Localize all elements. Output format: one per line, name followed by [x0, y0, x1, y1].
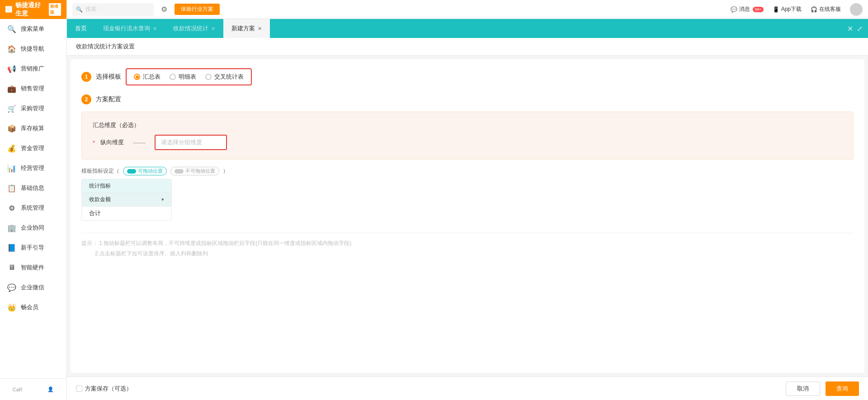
- tips-section: 提示： 1.拖动标题栏可以调整布局，不可跨维度或指标区域拖动栏目字段(只能在同一…: [81, 233, 854, 258]
- metrics-setting-label: 模板指标设定（ 可拖动位置 不可拖动位置 ）: [81, 167, 854, 175]
- save-checkbox[interactable]: [76, 386, 82, 392]
- sidebar-item-wechat[interactable]: 💬 企业微信: [0, 278, 66, 297]
- radio-detail[interactable]: 明细表: [170, 73, 196, 81]
- sidebar-item-hardware[interactable]: 🖥 智能硬件: [0, 258, 66, 278]
- tab-cashflow-close[interactable]: ✕: [153, 26, 157, 32]
- sidebar-logo: 🅱 畅捷通好生意 标准版: [0, 0, 66, 19]
- radio-summary-circle: [134, 74, 140, 80]
- sidebar-item-purchase[interactable]: 🛒 采购管理: [0, 99, 66, 118]
- save-check[interactable]: 方案保存（可选）: [76, 385, 132, 393]
- search-placeholder: 搜索: [85, 5, 96, 13]
- basics-icon: 📋: [7, 184, 16, 193]
- notification-icon: 💬: [731, 6, 737, 13]
- sidebar-item-sales[interactable]: 💼 销售管理: [0, 79, 66, 99]
- tab-newplan-close[interactable]: ✕: [258, 26, 262, 32]
- config-section: 汇总维度（必选） * 纵向维度 —— 请选择分组维度 模板指标设定（: [81, 112, 854, 258]
- dimension-arrow: ——: [133, 139, 146, 146]
- sidebar-item-finance[interactable]: 💰 资金管理: [0, 138, 66, 158]
- avatar[interactable]: [850, 3, 863, 16]
- guide-icon: 📘: [7, 244, 16, 252]
- support-item[interactable]: 🎧 在线客服: [811, 5, 841, 13]
- tips-line-1: 提示： 1.拖动标题栏可以调整布局，不可跨维度或指标区域拖动栏目字段(只能在同一…: [81, 240, 854, 247]
- tab-close-all-icon[interactable]: ✕: [847, 24, 853, 33]
- tab-receipts-close[interactable]: ✕: [211, 26, 215, 32]
- drag-movable-badge: 可拖动位置: [123, 167, 167, 175]
- dimension-required-label: 汇总维度（必选）: [93, 121, 842, 129]
- step1-num: 1: [81, 72, 91, 82]
- bottom-bar: 方案保存（可选） 取消 查询: [67, 376, 868, 400]
- marketing-icon: 📢: [7, 65, 16, 73]
- step1-section: 1 选择模板 汇总表 明细表: [81, 68, 854, 85]
- radio-cross[interactable]: 交叉统计表: [205, 73, 244, 81]
- sidebar-item-nav[interactable]: 🏠 快捷导航: [0, 39, 66, 59]
- sidebar-item-label: 营销推广: [21, 65, 44, 73]
- form-area: 1 选择模板 汇总表 明细表: [71, 59, 864, 373]
- dimension-required-star: *: [93, 139, 95, 146]
- tab-cashflow[interactable]: 现金银行流水查询 ✕: [95, 19, 165, 38]
- trial-button[interactable]: 体验行业方案: [175, 4, 220, 15]
- finance-icon: 💰: [7, 144, 16, 153]
- sidebar: 🅱 畅捷通好生意 标准版 🔍 搜索菜单 🏠 快捷导航 📢 营销推广 💼 销售管理…: [0, 0, 67, 400]
- notification-item[interactable]: 💬 消息 99+: [731, 5, 763, 13]
- sidebar-item-operations[interactable]: 📊 经营管理: [0, 158, 66, 178]
- sidebar-item-label: 企业微信: [21, 283, 44, 292]
- metrics-row1-label: 合计: [89, 210, 101, 216]
- system-icon: ⚙: [7, 204, 16, 212]
- enterprise-icon: 🏢: [7, 224, 16, 232]
- radio-summary-label: 汇总表: [143, 73, 160, 81]
- query-button[interactable]: 查询: [826, 381, 859, 396]
- notification-badge: 99+: [753, 7, 763, 12]
- sidebar-bottom-right[interactable]: 👤: [47, 386, 54, 392]
- metrics-col1-label: 收款金额: [89, 196, 111, 203]
- step1-title: 选择模板: [96, 73, 121, 81]
- radio-summary[interactable]: 汇总表: [134, 73, 160, 81]
- vertical-dim-label: 纵向维度: [100, 138, 124, 146]
- step1-header: 1 选择模板 汇总表 明细表: [81, 68, 854, 85]
- sidebar-item-label: 库存核算: [21, 124, 44, 132]
- step2-title: 方案配置: [96, 95, 121, 104]
- operations-icon: 📊: [7, 164, 16, 173]
- support-label: 在线客服: [819, 5, 841, 13]
- cancel-button[interactable]: 取消: [786, 381, 820, 396]
- metrics-row1: 合计: [82, 207, 171, 220]
- sidebar-item-enterprise[interactable]: 🏢 企业协同: [0, 218, 66, 238]
- sidebar-item-label: 采购管理: [21, 104, 44, 113]
- dimension-input[interactable]: 请选择分组维度: [155, 135, 227, 150]
- drag-immovable-label: 不可拖动位置: [185, 168, 215, 174]
- sidebar-item-basics[interactable]: 📋 基础信息: [0, 178, 66, 198]
- tab-expand-icon[interactable]: ⤢: [857, 24, 863, 33]
- sidebar-item-guide[interactable]: 📘 新手引导: [0, 238, 66, 258]
- tabs-actions: ✕ ⤢: [847, 24, 868, 33]
- sidebar-item-search[interactable]: 🔍 搜索菜单: [0, 19, 66, 39]
- template-radio-group: 汇总表 明细表 交叉统计表: [134, 73, 244, 81]
- sidebar-item-inventory[interactable]: 📦 库存核算: [0, 118, 66, 138]
- metrics-col1-header[interactable]: 收款金额 ▾: [82, 193, 171, 207]
- step2-header: 2 方案配置: [81, 94, 854, 104]
- tab-newplan[interactable]: 新建方案 ✕: [223, 19, 270, 38]
- download-item[interactable]: 📱 App下载: [773, 5, 802, 13]
- sidebar-item-system[interactable]: ⚙ 系统管理: [0, 198, 66, 218]
- breadcrumb: 收款情况统计方案设置: [76, 43, 135, 50]
- drag-immovable-badge: 不可拖动位置: [170, 167, 219, 175]
- radio-detail-circle: [170, 74, 176, 80]
- sidebar-item-label: 新手引导: [21, 244, 44, 252]
- search-box[interactable]: 🔍 搜索: [72, 3, 154, 16]
- tips-header: 提示：: [81, 240, 98, 246]
- tab-home-label: 首页: [75, 24, 87, 33]
- search-icon: 🔍: [76, 6, 83, 13]
- gear-icon[interactable]: ⚙: [161, 5, 167, 14]
- hardware-icon: 🖥: [7, 264, 16, 272]
- tab-receipts-label: 收款情况统计: [173, 24, 208, 33]
- sidebar-item-label: 经营管理: [21, 164, 44, 172]
- sidebar-item-label: 搜索菜单: [21, 25, 44, 33]
- tab-receipts[interactable]: 收款情况统计 ✕: [165, 19, 223, 38]
- tab-home[interactable]: 首页: [67, 19, 95, 38]
- inventory-icon: 📦: [7, 124, 16, 133]
- sidebar-item-label: 企业协同: [21, 224, 44, 232]
- tips-line-2: 2.点击标题栏下拉可设置排序、插入列和删除列: [81, 250, 854, 258]
- sidebar-item-label: 基础信息: [21, 184, 44, 192]
- sidebar-item-member[interactable]: 👑 畅会员: [0, 297, 66, 317]
- sidebar-item-label: 系统管理: [21, 204, 44, 212]
- sidebar-item-marketing[interactable]: 📢 营销推广: [0, 59, 66, 79]
- sidebar-bottom-left[interactable]: CaR: [13, 387, 23, 392]
